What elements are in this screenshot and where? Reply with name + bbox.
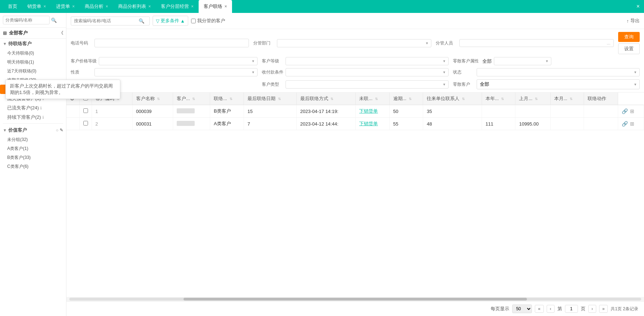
- retail-attr-caret: ▾: [546, 59, 548, 63]
- nav-close-all-button[interactable]: ×: [636, 3, 640, 10]
- nav-close-purchase[interactable]: ×: [72, 4, 75, 9]
- nav-close-product-list[interactable]: ×: [148, 4, 151, 9]
- retail-customer-label: 零散客户: [453, 81, 474, 88]
- horizontal-scrollbar[interactable]: [66, 297, 644, 301]
- row2-checkbox[interactable]: [83, 121, 88, 126]
- nav-item-purchase[interactable]: 进货单 ×: [51, 0, 80, 13]
- value-edit-icons[interactable]: ○ ✎: [56, 128, 63, 133]
- sort-last-contact-date: ⇅: [278, 97, 281, 101]
- scrollbar-thumb[interactable]: [184, 298, 527, 301]
- td-overdue-1: 35: [423, 105, 482, 118]
- action-link-icon-2[interactable]: 🔗: [622, 121, 628, 127]
- info-icon4: ℹ: [42, 115, 44, 120]
- nav-item-product-analysis[interactable]: 商品分析 ×: [80, 0, 113, 13]
- settings-button[interactable]: 设置: [618, 43, 640, 54]
- action-grid-icon-2[interactable]: ⊞: [630, 121, 634, 127]
- phone-input[interactable]: [94, 39, 249, 47]
- prev-page-button[interactable]: ‹: [547, 305, 555, 313]
- total-records: 共1页 2条记录: [611, 306, 638, 312]
- nature-select[interactable]: ▾: [94, 68, 258, 76]
- nav-close-customer-tier[interactable]: ×: [191, 4, 194, 9]
- nav-item-product-list[interactable]: 商品分析列表 ×: [113, 0, 156, 13]
- nav-item-home[interactable]: 首页: [3, 0, 22, 13]
- sidebar-item-declining[interactable]: 持续下滑客户(2) ℹ: [0, 113, 66, 122]
- customer-type-select[interactable]: ▾: [286, 80, 449, 89]
- filter-more-button[interactable]: ▽ 更多条件 ▲: [153, 16, 188, 26]
- name-placeholder-2: [177, 121, 195, 126]
- sidebar-search-input[interactable]: [3, 16, 50, 24]
- export-button[interactable]: ↑ 导出: [627, 18, 640, 24]
- filter-search-icon[interactable]: 🔍: [139, 18, 144, 24]
- filter-field-phone: 电话号码: [71, 39, 249, 47]
- nav-item-customer-tier[interactable]: 客户分层经营 ×: [156, 0, 199, 13]
- th-this-month[interactable]: 本月... ⇅: [550, 93, 584, 105]
- th-last-month[interactable]: 上月... ⇅: [515, 93, 550, 105]
- sidebar-item-churned[interactable]: 已流失客户(24) ℹ: [0, 103, 66, 113]
- th-name[interactable]: 客户名称 ⇅: [132, 93, 173, 105]
- th-actions: 联络动作: [584, 93, 618, 105]
- table-header-row: ⚙ 客户编码 ⇅ 客户名称 ⇅ 客户... ⇅ 联络... ⇅ 最后联络日期 ⇅…: [66, 93, 644, 105]
- nav-close-product-analysis[interactable]: ×: [106, 4, 108, 9]
- method-link-2[interactable]: 下销货单: [359, 121, 378, 126]
- th-customer-type[interactable]: 客户... ⇅: [173, 93, 210, 105]
- th-contact-person[interactable]: 往来单位联系人 ⇅: [423, 93, 482, 105]
- th-unlinked[interactable]: 未联... ⇅: [356, 93, 389, 105]
- action-link-icon-1[interactable]: 🔗: [622, 108, 628, 114]
- sidebar-item-class-b[interactable]: B类客户(33): [0, 153, 66, 162]
- td-customer-type-2: A类客户: [210, 118, 244, 130]
- dept-select[interactable]: ▾: [277, 39, 431, 47]
- sidebar-item-ungrouped[interactable]: 未分组(32): [0, 135, 66, 144]
- price-level-select[interactable]: ▾: [99, 57, 258, 65]
- sidebar-all-customers[interactable]: ⊞ 全部客户 《: [0, 28, 66, 39]
- row1-checkbox[interactable]: [83, 108, 88, 113]
- sidebar-item-today[interactable]: 今天待联络(0): [0, 49, 66, 58]
- my-customers-checkbox-area[interactable]: 我分管的客户: [191, 18, 225, 24]
- customer-level-caret: ▾: [443, 59, 445, 63]
- next-page-button[interactable]: ›: [588, 305, 596, 313]
- sidebar-search-icon[interactable]: 🔍: [51, 18, 57, 23]
- td-this-month-2: [584, 118, 618, 130]
- th-last-contact-method[interactable]: 最后联络方式 ⇅: [296, 93, 355, 105]
- sidebar-item-class-c[interactable]: C类客户(6): [0, 162, 66, 171]
- sidebar: 🔍 ⊞ 全部客户 《 ▼ 待联络客户 今天待联络(0) 明天待联络(1) 近7天…: [0, 13, 66, 316]
- person-select[interactable]: …: [459, 39, 614, 47]
- payment-select[interactable]: ▾: [286, 68, 449, 76]
- query-button[interactable]: 查询: [618, 32, 640, 42]
- td-overdue-2: 48: [423, 118, 482, 130]
- filter-search-box: 🔍: [71, 16, 150, 25]
- method-link-1[interactable]: 下销货单: [359, 108, 378, 114]
- nav-item-sales[interactable]: 销货单 ×: [22, 0, 51, 13]
- td-checkbox-1[interactable]: [79, 105, 92, 118]
- sidebar-item-tomorrow[interactable]: 明天待联络(1): [0, 58, 66, 67]
- sidebar-value-group[interactable]: ▼ 价值客户 ○ ✎: [0, 125, 66, 135]
- th-last-contact-date[interactable]: 最后联络日期 ⇅: [244, 93, 296, 105]
- first-page-button[interactable]: «: [535, 305, 544, 313]
- th-this-year[interactable]: 本年... ⇅: [482, 93, 515, 105]
- per-page-select[interactable]: 50 20 100: [512, 305, 532, 313]
- sidebar-item-7days[interactable]: 近7天待联络(0): [0, 67, 66, 76]
- extended-filters: 电话号码 分管部门 ▾ 分管人员 …: [66, 29, 644, 93]
- status-select[interactable]: ▾: [477, 68, 640, 76]
- customer-level-select[interactable]: ▾: [286, 57, 449, 65]
- grid-icon: ⊞: [3, 30, 7, 36]
- page-number-input[interactable]: [565, 305, 578, 313]
- nav-close-sales[interactable]: ×: [43, 4, 46, 9]
- sidebar-item-class-a[interactable]: A类客户(1): [0, 144, 66, 153]
- filter-row-4: ··· 客户类型 ▾ 零散客户 全部 ▾: [71, 79, 640, 89]
- th-overdue[interactable]: 逾期... ⇅: [389, 93, 423, 105]
- filter-search-input[interactable]: [74, 18, 139, 23]
- sort-this-year: ⇅: [501, 97, 504, 101]
- sidebar-group-pending[interactable]: ▼ 待联络客户: [0, 39, 66, 49]
- scrollbar-track[interactable]: [69, 298, 641, 301]
- th-contact-num[interactable]: 联络... ⇅: [210, 93, 244, 105]
- my-customers-checkbox[interactable]: [191, 19, 196, 23]
- td-checkbox-2[interactable]: [79, 118, 92, 130]
- retail-attr-select[interactable]: ▾: [494, 57, 551, 65]
- sort-last-month: ⇅: [535, 97, 538, 101]
- last-page-button[interactable]: »: [599, 305, 608, 313]
- retail-customer-select[interactable]: 全部 ▾: [477, 79, 640, 89]
- nav-item-customer-contact[interactable]: 客户联络 ×: [199, 0, 232, 13]
- action-grid-icon-1[interactable]: ⊞: [630, 108, 634, 114]
- nav-close-customer-contact[interactable]: ×: [224, 4, 227, 9]
- page-label: 第: [557, 306, 562, 312]
